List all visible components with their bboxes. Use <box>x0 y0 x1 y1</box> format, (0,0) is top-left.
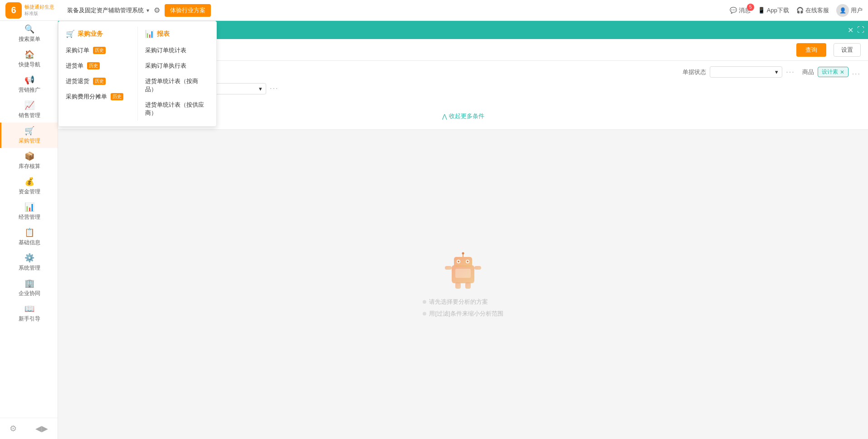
report-section: 📊 报表 采购订单统计表 采购订单执行表 进货单统计表（按商品） 进货单统计表（… <box>138 21 217 126</box>
sidebar-item-base[interactable]: 📋 基础信息 <box>0 224 58 250</box>
history-badge-1: 历史 <box>93 47 106 54</box>
logo-icon: 6 <box>5 2 22 19</box>
menu-item-purchase-expense[interactable]: 采购费用分摊单 历史 <box>59 89 137 104</box>
sidebar-item-finance[interactable]: 💰 资金管理 <box>0 173 58 199</box>
goods-tag-text: 设计素 <box>822 68 838 76</box>
sidebar-bottom: ⚙ ◀▶ <box>0 418 58 439</box>
sidebar-item-search[interactable]: 🔍 搜索菜单 <box>0 21 58 46</box>
svg-rect-8 <box>445 266 452 270</box>
online-service-button[interactable]: 🎧 在线客服 <box>796 6 829 15</box>
purchase-dropdown-menu: 🛒 采购业务 采购订单 历史 进货单 历史 进货退货 历史 采购费用分摊单 历史 <box>58 21 217 127</box>
sidebar-item-marketing[interactable]: 📢 营销推广 <box>0 72 58 97</box>
empty-dot-1 <box>423 300 426 304</box>
sidebar-item-marketing-label: 营销推广 <box>19 86 40 94</box>
collapse-button[interactable]: ⋀ 收起更多条件 <box>442 112 484 120</box>
menu-item-goods-stats-by-product[interactable]: 进货单统计表（按商品） <box>138 74 217 97</box>
menu-item-goods-stats-by-supplier[interactable]: 进货单统计表（按供应商） <box>138 97 217 121</box>
empty-text-item-1: 请先选择要分析的方案 <box>423 298 503 306</box>
svg-rect-11 <box>465 282 471 289</box>
sales-icon: 📈 <box>24 100 34 110</box>
history-badge-4: 历史 <box>111 93 123 100</box>
system-dropdown-button[interactable]: ▾ <box>146 7 149 14</box>
report-section-icon: 📊 <box>145 30 154 38</box>
query-button[interactable]: 查询 <box>796 43 826 57</box>
menu-item-purchase-order-exec[interactable]: 采购订单执行表 <box>138 58 217 74</box>
settings-button[interactable]: 设置 <box>834 43 861 57</box>
sidebar-item-quick[interactable]: 🏠 快捷导航 <box>0 46 58 72</box>
status-chevron-icon: ▾ <box>775 69 778 75</box>
menu-item-purchase-order-exec-label: 采购订单执行表 <box>145 62 186 70</box>
goods-tag-close[interactable]: ✕ <box>840 69 844 75</box>
menu-item-purchase-order-stats[interactable]: 采购订单统计表 <box>138 43 217 58</box>
logo-text-group: 畅捷通好生意 标准版 <box>24 4 54 16</box>
menu-item-purchase-order-stats-label: 采购订单统计表 <box>145 46 186 54</box>
sidebar-item-guide-label: 新手引导 <box>19 315 40 323</box>
user-avatar: 👤 <box>836 4 849 17</box>
logo-badge: 标准版 <box>24 10 54 17</box>
menu-item-goods-stats-by-product-label: 进货单统计表（按商品） <box>145 77 210 94</box>
report-section-title-text: 报表 <box>157 30 170 38</box>
menu-item-goods-receipt[interactable]: 进货单 历史 <box>59 58 137 74</box>
sidebar-item-guide[interactable]: 📖 新手引导 <box>0 301 58 326</box>
purchase-section-title: 🛒 采购业务 <box>59 27 137 43</box>
status-select[interactable]: ▾ <box>710 66 782 78</box>
sidebar-settings-button[interactable]: ⚙ <box>10 424 17 434</box>
salesperson-chevron-icon: ▾ <box>259 85 262 92</box>
svg-point-7 <box>462 252 464 254</box>
sidebar-item-inventory[interactable]: 📦 库存核算 <box>0 148 58 173</box>
sidebar-item-search-label: 搜索菜单 <box>19 35 40 43</box>
svg-rect-12 <box>455 269 471 278</box>
sidebar-item-sales[interactable]: 📈 销售管理 <box>0 97 58 123</box>
message-badge: 5 <box>747 4 754 11</box>
system-icon: ⚙️ <box>24 253 34 263</box>
empty-text-item-2: 用[过滤]条件来缩小分析范围 <box>423 310 503 318</box>
operation-icon: 📊 <box>24 202 34 212</box>
sidebar: 🔍 搜索菜单 🏠 快捷导航 📢 营销推广 📈 销售管理 🛒 采购管理 📦 <box>0 21 58 439</box>
menu-item-goods-receipt-label: 进货单 <box>66 62 83 70</box>
sidebar-item-base-label: 基础信息 <box>19 239 40 247</box>
sidebar-collapse-button[interactable]: ◀▶ <box>35 424 48 434</box>
goods-tag: 设计素 ✕ <box>818 67 848 77</box>
sidebar-item-sales-label: 销售管理 <box>19 112 40 119</box>
app-download-button[interactable]: 📱 App下载 <box>758 6 789 15</box>
history-badge-2: 历史 <box>87 62 100 69</box>
app-label: App下载 <box>767 6 789 15</box>
message-icon: 💬 <box>730 7 737 14</box>
svg-rect-10 <box>455 282 461 289</box>
salesperson-more-dots: ··· <box>270 84 278 93</box>
sidebar-item-purchase[interactable]: 🛒 采购管理 <box>0 123 58 148</box>
tab-close-all-icon[interactable]: ✕ <box>848 26 853 35</box>
headset-icon: 🎧 <box>796 7 804 14</box>
svg-point-4 <box>458 261 459 262</box>
tab-fullscreen-icon[interactable]: ⛶ <box>857 26 864 34</box>
top-bar: 6 畅捷通好生意 标准版 装备及固定资产辅助管理系统 ▾ ⚙ 体验行业方案 💬 … <box>0 0 868 21</box>
menu-item-purchase-order[interactable]: 采购订单 历史 <box>59 43 137 58</box>
guide-icon: 📖 <box>24 304 34 314</box>
user-label: 用户 <box>851 6 863 15</box>
purchase-business-section: 🛒 采购业务 采购订单 历史 进货单 历史 进货退货 历史 采购费用分摊单 历史 <box>59 21 137 126</box>
empty-line2: 用[过滤]条件来缩小分析范围 <box>429 310 503 318</box>
inventory-icon: 📦 <box>24 151 34 161</box>
empty-dot-2 <box>423 312 426 316</box>
sidebar-item-inventory-label: 库存核算 <box>19 163 40 170</box>
menu-item-goods-return[interactable]: 进货退货 历史 <box>59 74 137 89</box>
finance-icon: 💰 <box>24 177 34 187</box>
gear-button[interactable]: ⚙ <box>154 6 160 15</box>
sidebar-item-operation-label: 经营管理 <box>19 213 40 221</box>
message-button[interactable]: 💬 消息 5 <box>730 6 751 15</box>
industry-button[interactable]: 体验行业方案 <box>165 4 211 17</box>
sidebar-item-corp[interactable]: 🏢 企业协同 <box>0 275 58 301</box>
purchase-section-title-text: 采购业务 <box>78 30 103 38</box>
sidebar-item-finance-label: 资金管理 <box>19 188 40 196</box>
sidebar-item-purchase-label: 采购管理 <box>19 137 40 145</box>
purchase-icon: 🛒 <box>24 126 34 136</box>
menu-item-purchase-expense-label: 采购费用分摊单 <box>66 93 107 101</box>
sidebar-item-system[interactable]: ⚙️ 系统管理 <box>0 250 58 275</box>
menu-item-goods-return-label: 进货退货 <box>66 77 89 85</box>
search-icon: 🔍 <box>24 24 34 34</box>
system-title-area: 装备及固定资产辅助管理系统 ▾ ⚙ <box>67 6 160 15</box>
tab-bar-right: ✕ ⛶ <box>848 26 868 35</box>
user-button[interactable]: 👤 用户 <box>836 4 863 17</box>
app-container: 6 畅捷通好生意 标准版 装备及固定资产辅助管理系统 ▾ ⚙ 体验行业方案 💬 … <box>0 0 868 439</box>
sidebar-item-operation[interactable]: 📊 经营管理 <box>0 199 58 224</box>
